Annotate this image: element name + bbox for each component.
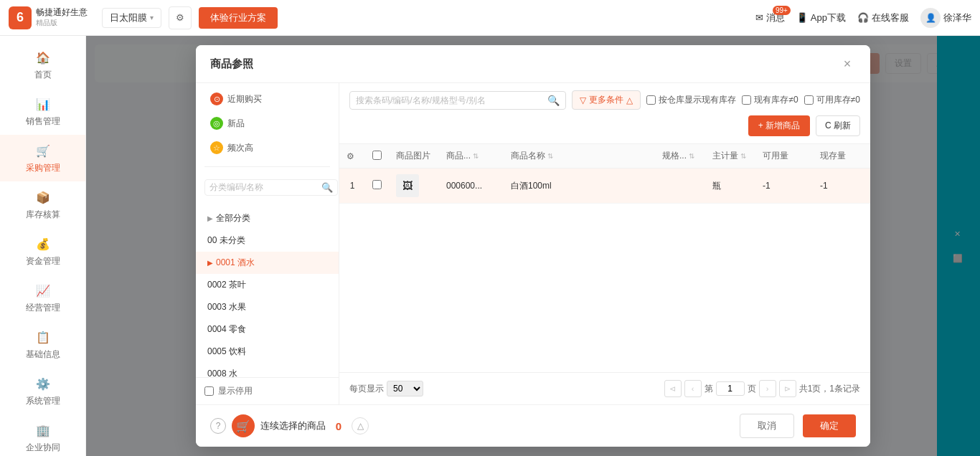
show-disabled-checkbox[interactable] xyxy=(204,386,214,396)
logo-icon: 6 xyxy=(9,6,32,29)
messages-btn[interactable]: ✉ 消息 99+ xyxy=(755,11,785,24)
cancel-button[interactable]: 取消 xyxy=(740,414,794,438)
stock-filter-3[interactable]: 可用库存≠0 xyxy=(804,94,860,106)
col-unit-header[interactable]: 主计量 xyxy=(705,144,755,168)
more-filters-btn[interactable]: ▽ 更多条件 △ xyxy=(572,90,641,110)
recent-purchases-btn[interactable]: ⊙ 近期购买 xyxy=(204,89,330,109)
product-search-input[interactable] xyxy=(356,95,545,105)
filter-label: 更多条件 xyxy=(589,94,623,106)
collapse-footer-btn[interactable]: △ xyxy=(352,417,369,434)
col-img-header: 商品图片 xyxy=(389,144,439,168)
sidebar-enterprise-label: 企业协同 xyxy=(26,442,60,454)
mobile-icon: 📱 xyxy=(796,12,808,23)
main-layout: 🏠 首页 📊 销售管理 🛒 采购管理 📦 库存核算 💰 资金管理 📈 经营管理 … xyxy=(0,36,980,456)
sidebar-item-sales[interactable]: 📊 销售管理 xyxy=(0,88,85,135)
category-search-box: 🔍 xyxy=(204,179,338,196)
frequent-products-btn[interactable]: ☆ 频次高 xyxy=(204,138,330,158)
show-disabled-label: 显示停用 xyxy=(218,385,253,397)
category-item-all[interactable]: ▶ 全部分类 xyxy=(196,207,339,229)
confirm-button[interactable]: 确定 xyxy=(803,414,856,437)
modal-overlay: 商品参照 × ⊙ 近期购买 ◎ xyxy=(86,36,980,456)
app-download-btn[interactable]: 📱 App下载 xyxy=(796,11,846,24)
col-code-header[interactable]: 商品... xyxy=(439,144,504,168)
category-item-0002[interactable]: 0002 茶叶 xyxy=(196,274,339,296)
help-icon[interactable]: ? xyxy=(210,418,226,434)
category-item-0005[interactable]: 0005 饮料 xyxy=(196,341,339,363)
stock-filter-3-label: 可用库存≠0 xyxy=(816,94,860,106)
sidebar-item-purchase[interactable]: 🛒 采购管理 xyxy=(0,135,85,181)
sidebar-operations-label: 经营管理 xyxy=(26,302,60,314)
sidebar-item-home[interactable]: 🏠 首页 xyxy=(0,42,85,88)
category-item-0003[interactable]: 0003 水果 xyxy=(196,296,339,318)
online-service-btn[interactable]: 🎧 在线客服 xyxy=(857,11,909,24)
select-all-checkbox[interactable] xyxy=(372,151,382,160)
warehouse-selector[interactable]: 日太阳膜 ▾ xyxy=(102,8,161,28)
last-page-btn[interactable]: ⊳ xyxy=(779,380,796,397)
col-checkbox xyxy=(365,144,389,168)
category-item-0008[interactable]: 0008 水 xyxy=(196,363,339,377)
first-page-btn[interactable]: ⊲ xyxy=(664,380,682,397)
trial-button[interactable]: 体验行业方案 xyxy=(199,7,278,29)
cart-icon-btn[interactable]: 🛒 xyxy=(232,414,255,437)
logo-area: 6 畅捷通好生意 精品版 xyxy=(9,6,95,29)
sidebar-finance-label: 资金管理 xyxy=(26,255,60,267)
sidebar-item-operations[interactable]: 📈 经营管理 xyxy=(0,275,85,321)
category-all-label: 全部分类 xyxy=(216,212,250,224)
cat-search-icon: 🔍 xyxy=(321,182,333,193)
table-header-row: ⚙ 商品图片 商品... 商品名称 规格... 主计量 可用量 现存量 xyxy=(339,144,870,168)
page-number-input[interactable] xyxy=(716,381,745,396)
sidebar-item-enterprise[interactable]: 🏢 企业协同 xyxy=(0,414,85,456)
col-spec-header[interactable]: 规格... xyxy=(655,144,705,168)
app-name: 畅捷通好生意 xyxy=(36,7,88,19)
table-row[interactable]: 1 🖼 000600... 白酒100ml xyxy=(339,168,870,204)
pagination-bar: 每页显示 50 100 200 ⊲ ‹ 第 xyxy=(339,372,870,404)
stock-checkbox-3[interactable] xyxy=(804,95,814,105)
new-products-btn[interactable]: ◎ 新品 xyxy=(204,113,330,133)
cat-divider xyxy=(204,166,330,167)
show-disabled-area: 显示停用 xyxy=(196,377,339,404)
row-checkbox-cell xyxy=(365,168,389,204)
cat-00-label: 00 未分类 xyxy=(207,234,245,247)
row-checkbox[interactable] xyxy=(372,180,382,189)
settings-icon-btn[interactable]: ⚙ xyxy=(169,6,192,29)
sidebar-item-system[interactable]: ⚙️ 系统管理 xyxy=(0,368,85,414)
category-search-input[interactable] xyxy=(209,182,317,192)
filter-icon: ▽ xyxy=(580,95,586,105)
online-service-label: 在线客服 xyxy=(872,11,909,24)
category-item-0004[interactable]: 0004 零食 xyxy=(196,318,339,341)
continuous-select-area: ? 🛒 连续选择的商品 0 △ xyxy=(210,414,731,437)
inventory-icon: 📦 xyxy=(34,189,52,206)
row-unit-cell: 瓶 xyxy=(705,168,755,204)
sidebar-item-finance[interactable]: 💰 资金管理 xyxy=(0,228,85,275)
user-avatar: 👤 xyxy=(920,8,941,28)
stock-filter-2[interactable]: 现有库存≠0 xyxy=(742,94,798,106)
modal-close-button[interactable]: × xyxy=(839,55,856,72)
col-name-header[interactable]: 商品名称 xyxy=(504,144,655,168)
new-label: 新品 xyxy=(227,118,245,130)
sidebar-basic-label: 基础信息 xyxy=(26,348,60,361)
per-page-dropdown[interactable]: 50 100 200 xyxy=(387,381,423,396)
cat-0005-label: 0005 饮料 xyxy=(207,346,246,358)
col-settings[interactable]: ⚙ xyxy=(339,144,365,168)
sidebar-item-basic[interactable]: 📋 基础信息 xyxy=(0,321,85,368)
page-controls: ⊲ ‹ 第 页 › ⊳ 共1页，1条记录 xyxy=(664,380,860,397)
cat-0004-label: 0004 零食 xyxy=(207,323,246,336)
cat-0001-arrow-icon: ▶ xyxy=(207,259,213,267)
col-stock-header: 现存量 xyxy=(813,144,870,168)
product-panel: 🔍 ▽ 更多条件 △ 按仓库显示现有库存 xyxy=(339,83,870,404)
refresh-button[interactable]: C 刷新 xyxy=(816,115,860,136)
stock-checkbox-1[interactable] xyxy=(646,95,656,105)
category-item-00[interactable]: 00 未分类 xyxy=(196,229,339,252)
nav-right-area: ✉ 消息 99+ 📱 App下载 🎧 在线客服 👤 徐泽华 xyxy=(755,8,971,28)
row-available-cell: -1 xyxy=(755,168,813,204)
next-page-btn[interactable]: › xyxy=(759,380,776,397)
user-area[interactable]: 👤 徐泽华 xyxy=(920,8,971,28)
stock-filter-1[interactable]: 按仓库显示现有库存 xyxy=(646,94,736,106)
sidebar-item-inventory[interactable]: 📦 库存核算 xyxy=(0,181,85,228)
row-img-cell: 🖼 xyxy=(389,168,439,204)
prev-page-btn[interactable]: ‹ xyxy=(684,380,702,397)
add-product-button[interactable]: + 新增商品 xyxy=(748,115,810,136)
category-item-0001[interactable]: ▶ 0001 酒水 xyxy=(196,252,339,274)
message-icon: ✉ xyxy=(755,12,763,23)
stock-checkbox-2[interactable] xyxy=(742,95,751,105)
